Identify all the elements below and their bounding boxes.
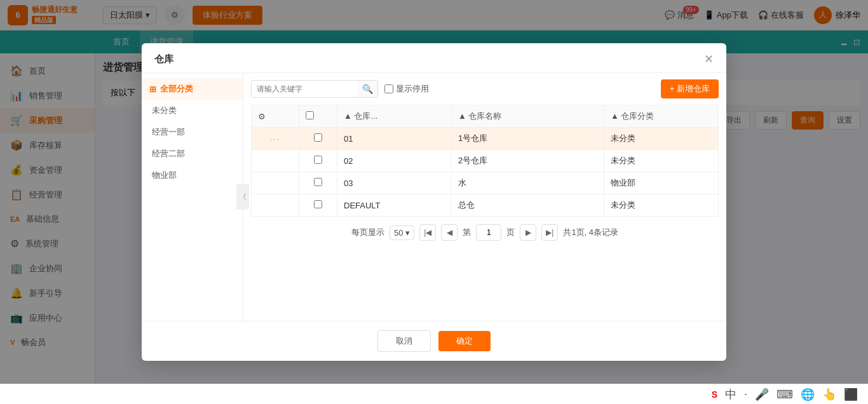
table-body: ··· 01 1号仓库 未分类 [252,128,719,217]
row-code: 02 [337,150,452,172]
row-name: 水 [452,172,604,194]
row-code: 03 [337,172,452,194]
search-input[interactable] [252,81,357,97]
keyboard-icon[interactable]: ⌨ [776,387,793,401]
row-code: 01 [337,128,452,150]
row-code: DEFAULT [337,194,452,217]
row-checkbox[interactable] [314,133,322,142]
row-category: 未分类 [604,128,719,150]
row-setting [252,194,299,217]
table-row[interactable]: DEFAULT 总仓 未分类 [252,194,719,217]
add-warehouse-button[interactable]: + 新增仓库 [661,79,719,98]
row-category: 物业部 [604,172,719,194]
select-all-checkbox[interactable] [306,111,314,119]
table-panel: 🔍 显示停用 + 新增仓库 ⚙ [243,73,726,321]
row-setting [252,172,299,194]
page-last-button[interactable]: ▶| [541,224,558,241]
page-size-arrow: ▾ [405,228,410,238]
row-checkbox[interactable] [314,178,322,186]
row-name: 2号仓库 [452,150,604,172]
col-name-header: ▲ 仓库名称 [452,105,604,128]
sougou-icon: S [712,389,717,400]
category-label: 经营二部 [152,149,185,158]
cancel-button[interactable]: 取消 [377,330,431,352]
grid-icon: ⊞ [149,84,156,94]
content-area: 进货管理 按以下 打印 导出 刷新 查询 设置 仓库 ✕ [95,53,868,404]
col-category-label: ▲ 仓库分类 [611,111,654,121]
category-label: 经营一部 [152,127,185,137]
category-all[interactable]: ⊞ 全部分类 [142,78,243,100]
category-dept1[interactable]: 经营一部 [142,121,243,143]
table-row[interactable]: 02 2号仓库 未分类 [252,150,719,172]
category-collapse-button[interactable]: 《 [236,184,249,210]
show-disabled-wrap: 显示停用 [384,83,429,95]
page-no-label: 第 [463,227,471,238]
category-label: 物业部 [152,170,177,180]
row-category: 未分类 [604,194,719,217]
category-unclassified[interactable]: 未分类 [142,100,243,121]
lang-icon[interactable]: 🌐 [801,387,815,401]
page-size-value: 50 [394,228,403,238]
modal-header: 仓库 ✕ [142,43,726,73]
category-panel: ⊞ 全部分类 未分类 经营一部 经营二部 物业部 [142,73,243,321]
page-number-input[interactable] [476,224,501,241]
touch-icon[interactable]: 👆 [822,387,836,401]
table-header: ⚙ ▲ 仓库... ▲ 仓库名称 [252,105,719,128]
modal-body: ⊞ 全部分类 未分类 经营一部 经营二部 物业部 [142,73,726,321]
col-check-header [299,105,337,128]
show-disabled-checkbox[interactable] [384,84,393,93]
bottom-bar: S 中 · 🎤 ⌨ 🌐 👆 ⬛ [0,384,868,404]
category-all-label: 全部分类 [160,83,193,95]
modal-footer: 取消 确定 [142,321,726,361]
category-label: 未分类 [152,105,177,115]
row-setting: ··· [252,128,299,150]
table-row[interactable]: 03 水 物业部 [252,172,719,194]
dot-icon: · [744,387,747,401]
show-disabled-label: 显示停用 [396,83,429,95]
col-category-header: ▲ 仓库分类 [604,105,719,128]
page-next-button[interactable]: ▶ [520,224,536,241]
warehouse-table: ⚙ ▲ 仓库... ▲ 仓库名称 [251,105,719,217]
confirm-button[interactable]: 确定 [438,331,491,351]
total-info: 共1页, 4条记录 [563,227,618,238]
modal-close-button[interactable]: ✕ [704,52,714,66]
table-toolbar: 🔍 显示停用 + 新增仓库 [251,79,719,98]
square-icon[interactable]: ⬛ [844,387,858,401]
col-code-header: ▲ 仓库... [337,105,452,128]
warehouse-modal: 仓库 ✕ ⊞ 全部分类 未分类 经营一 [142,43,726,361]
row-category: 未分类 [604,150,719,172]
row-actions[interactable]: ··· [270,134,281,144]
page-prev-button[interactable]: ◀ [441,224,458,241]
mic-icon[interactable]: 🎤 [755,387,769,401]
modal-overlay: 仓库 ✕ ⊞ 全部分类 未分类 经营一 [0,0,868,404]
page-size-select[interactable]: 50 ▾ [390,226,414,240]
page-size-label: 每页显示 [351,227,384,238]
row-check [299,172,337,194]
search-icon[interactable]: 🔍 [357,81,378,97]
pagination-bar: 每页显示 50 ▾ |◀ ◀ 第 页 ▶ ▶| 共 [251,217,719,243]
page-first-button[interactable]: |◀ [419,224,436,241]
modal-title: 仓库 [154,53,173,65]
col-code-label: ▲ 仓库... [344,111,377,121]
table-row[interactable]: ··· 01 1号仓库 未分类 [252,128,719,150]
row-check [299,150,337,172]
row-check [299,194,337,217]
row-check [299,128,337,150]
row-setting [252,150,299,172]
category-dept2[interactable]: 经营二部 [142,143,243,165]
row-name: 1号仓库 [452,128,604,150]
row-checkbox[interactable] [314,200,322,208]
category-property[interactable]: 物业部 [142,165,243,186]
search-input-wrap: 🔍 [251,80,378,98]
row-name: 总仓 [452,194,604,217]
col-setting-header: ⚙ [252,105,299,128]
main-layout: 🏠 首页 📊 销售管理 🛒 采购管理 📦 库存核算 💰 资金管理 📋 经营管理 … [0,53,868,404]
row-checkbox[interactable] [314,156,322,164]
zh-icon[interactable]: 中 [725,387,736,402]
col-name-label: ▲ 仓库名称 [458,111,501,121]
page-label: 页 [506,227,515,238]
